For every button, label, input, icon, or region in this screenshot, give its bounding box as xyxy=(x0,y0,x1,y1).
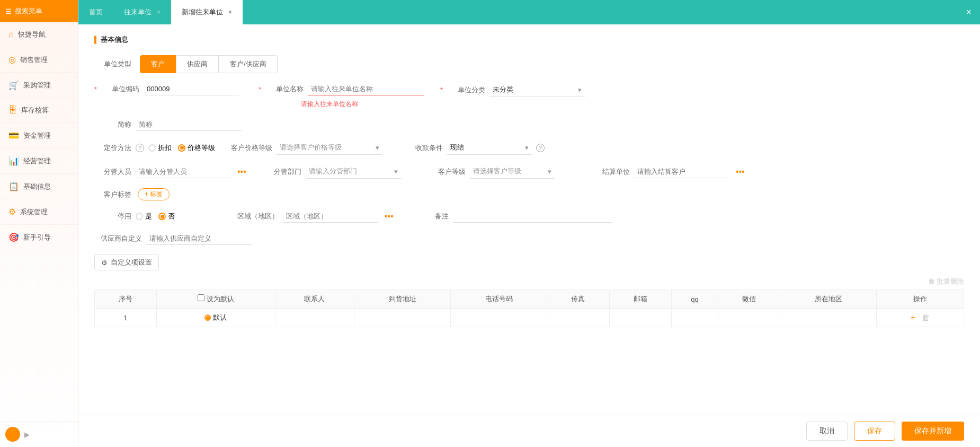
tab-new-partner-close[interactable]: × xyxy=(228,8,232,16)
sales-icon: ◎ xyxy=(8,55,16,65)
payment-terms-select[interactable]: 现结 ▾ xyxy=(447,141,532,155)
disabled-no-radio[interactable] xyxy=(158,213,166,220)
col-region: 所在地区 xyxy=(780,290,877,309)
settlement-dots-button[interactable]: ••• xyxy=(734,167,747,177)
inventory-icon: 🗄 xyxy=(8,106,17,115)
cell-region xyxy=(780,309,877,327)
sidebar-search[interactable]: ☰ 搜索菜单 xyxy=(0,0,78,22)
disabled-label: 停用 xyxy=(94,212,131,221)
tab-new-partner-label: 新增往来单位 xyxy=(182,7,223,17)
sidebar-item-purchase[interactable]: 🛒 采购管理 xyxy=(0,73,78,98)
pricing-discount-option[interactable]: 折扣 xyxy=(148,143,172,153)
sidebar-item-label: 库存核算 xyxy=(21,106,49,115)
tags-row: 客户标签 + 标签 xyxy=(94,188,964,200)
unit-code-label: 单位编码 xyxy=(102,84,139,94)
pricing-help-icon[interactable]: ? xyxy=(136,144,144,152)
batch-delete-label: 批量删除 xyxy=(937,277,964,285)
save-button[interactable]: 保存 xyxy=(854,422,895,441)
sidebar-item-quick-nav[interactable]: ⌂ 快捷导航 xyxy=(0,22,78,47)
sidebar-item-finance[interactable]: 💳 资金管理 xyxy=(0,123,78,148)
save-and-new-button[interactable]: 保存并新增 xyxy=(902,422,964,441)
supplier-custom-input[interactable] xyxy=(146,232,252,245)
unit-category-select[interactable]: 未分类 ▾ xyxy=(489,83,585,97)
sidebar-item-sales[interactable]: ◎ 销售管理 xyxy=(0,47,78,73)
delete-row-button[interactable]: 🗑 xyxy=(920,313,932,322)
cell-seq: 1 xyxy=(95,309,157,327)
unit-name-input[interactable] xyxy=(308,83,424,95)
sidebar-item-operations[interactable]: 📊 经营管理 xyxy=(0,148,78,174)
manager-row: 分管人员 ••• 分管部门 请输入分管部门 ▾ 客户等级 请选择客户等级 ▾ xyxy=(94,164,964,179)
col-qq: qq xyxy=(671,290,718,309)
disabled-no-option[interactable]: 否 xyxy=(158,212,175,221)
add-tag-button[interactable]: + 标签 xyxy=(138,188,170,200)
sidebar-item-label: 经营管理 xyxy=(23,156,51,166)
tab-partners[interactable]: 往来单位 × xyxy=(113,0,171,24)
disabled-yes-option[interactable]: 是 xyxy=(136,212,152,221)
disabled-yes-radio[interactable] xyxy=(136,213,143,220)
settings-icon: ⚙ xyxy=(101,259,108,267)
type-btn-both[interactable]: 客户/供应商 xyxy=(219,55,278,73)
cell-contact xyxy=(275,309,354,327)
settlement-input[interactable] xyxy=(634,165,729,178)
expand-icon[interactable]: ▶ xyxy=(24,431,30,439)
col-phone: 电话号码 xyxy=(451,290,547,309)
main-area: 首页 往来单位 × 新增往来单位 × × 基本信息 单位类型 客户 供应商 客户… xyxy=(78,0,980,447)
cell-default: 默认 xyxy=(157,309,275,327)
category-arrow-icon: ▾ xyxy=(578,86,582,94)
dept-select[interactable]: 请输入分管部门 ▾ xyxy=(306,164,401,179)
manager-input[interactable] xyxy=(136,165,231,178)
remarks-field: 备注 xyxy=(412,210,964,223)
tab-home[interactable]: 首页 xyxy=(78,0,113,24)
contacts-table: 序号 设为默认 联系人 到货地址 电话号码 传真 邮箱 qq 微信 所在地区 xyxy=(94,290,964,327)
sidebar-item-system[interactable]: ⚙ 系统管理 xyxy=(0,199,78,225)
tab-new-partner[interactable]: 新增往来单位 × xyxy=(171,0,243,24)
tags-label: 客户标签 xyxy=(94,190,131,199)
region-dots-button[interactable]: ••• xyxy=(382,212,396,221)
pricing-level-option[interactable]: 价格等级 xyxy=(178,143,215,153)
unit-category-value: 未分类 xyxy=(493,85,513,94)
sidebar-item-label: 系统管理 xyxy=(20,207,48,217)
customer-price-label: 客户价格等级 xyxy=(231,143,272,153)
custom-settings-button[interactable]: ⚙ 自定义项设置 xyxy=(94,255,159,270)
default-label: 默认 xyxy=(213,313,227,322)
search-icon: ☰ xyxy=(5,7,12,15)
tab-home-label: 首页 xyxy=(89,7,103,17)
type-btn-supplier[interactable]: 供应商 xyxy=(176,55,219,73)
pricing-method-label: 定价方法 xyxy=(94,143,131,153)
col-fax: 传真 xyxy=(547,290,609,309)
sidebar-item-guide[interactable]: 🎯 新手引导 xyxy=(0,225,78,250)
sidebar-item-inventory[interactable]: 🗄 库存核算 xyxy=(0,98,78,123)
customer-price-select[interactable]: 请选择客户价格等级 ▾ xyxy=(277,141,382,155)
pricing-level-radio[interactable] xyxy=(178,144,185,152)
tab-bar: 首页 往来单位 × 新增往来单位 × × xyxy=(78,0,980,24)
customer-price-arrow-icon: ▾ xyxy=(376,144,379,152)
manager-dots-button[interactable]: ••• xyxy=(235,167,248,177)
basics-icon: 📋 xyxy=(8,181,19,191)
manager-label: 分管人员 xyxy=(94,167,131,177)
sidebar-bottom: ▶ xyxy=(0,421,78,447)
sidebar-item-basics[interactable]: 📋 基础信息 xyxy=(0,174,78,199)
supplier-custom-row: 供应商自定义 xyxy=(94,232,964,245)
col-seq: 序号 xyxy=(95,290,157,309)
unit-code-input[interactable] xyxy=(144,83,239,95)
unit-type-label: 单位类型 xyxy=(94,59,131,69)
payment-terms-arrow-icon: ▾ xyxy=(525,144,529,152)
abbr-input[interactable] xyxy=(136,118,242,131)
remarks-input[interactable] xyxy=(453,210,612,223)
sidebar-item-label: 新手引导 xyxy=(23,233,51,242)
form-content: 基本信息 单位类型 客户 供应商 客户/供应商 * 单位编码 xyxy=(78,24,980,415)
type-btn-customer[interactable]: 客户 xyxy=(140,55,176,73)
pricing-discount-radio[interactable] xyxy=(148,144,156,152)
section-icon-bar xyxy=(94,36,96,44)
customer-level-select[interactable]: 请选择客户等级 ▾ xyxy=(470,164,555,179)
cancel-button[interactable]: 取消 xyxy=(806,422,848,441)
select-all-checkbox[interactable] xyxy=(198,294,204,301)
region-input[interactable] xyxy=(283,210,378,223)
payment-terms-label: 收款条件 xyxy=(406,143,443,153)
payment-help-icon[interactable]: ? xyxy=(536,144,545,152)
add-row-button[interactable]: + xyxy=(908,313,917,322)
tab-partners-close[interactable]: × xyxy=(157,8,161,16)
main-close-button[interactable]: × xyxy=(966,7,980,18)
default-radio[interactable] xyxy=(204,314,211,321)
abbr-field: 简称 xyxy=(94,118,243,131)
